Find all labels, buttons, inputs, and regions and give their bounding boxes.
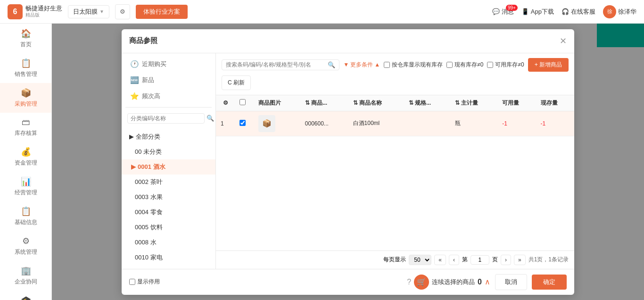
confirm-button[interactable]: 确定 [532, 275, 567, 290]
show-disabled-label: 显示停用 [137, 278, 160, 286]
sort-icon: ⇅ [305, 100, 310, 106]
username-initial: 徐 [607, 8, 612, 15]
per-page-select[interactable]: 50 [409, 255, 431, 265]
cart-collapse-icon[interactable]: ∧ [485, 277, 490, 286]
product-thumbnail: 📦 [258, 115, 275, 132]
category-panel: 🕐 近期购买 🆕 新品 ⭐ 频次高 [122, 53, 216, 269]
sidebar-item-base[interactable]: 📋 基础信息 [0, 201, 51, 231]
available-stock-label: 现有库存≠0 [454, 61, 483, 69]
category-0004[interactable]: 0004 零食 [122, 205, 215, 220]
help-icon[interactable]: ? [407, 278, 411, 286]
sidebar-label-operation: 经营管理 [15, 189, 37, 197]
th-available: 可用量 [497, 95, 536, 111]
sidebar-item-purchase[interactable]: 📦 采购管理 [0, 83, 51, 113]
settings-button[interactable]: ⚙ [115, 4, 130, 19]
pagination: 每页显示 50 « ‹ 第 页 › » 共1页，1条记录 [216, 250, 574, 269]
edition-badge: 精品版 [25, 12, 62, 18]
per-page-label: 每页显示 [383, 256, 406, 264]
prev-page-button[interactable]: ‹ [449, 255, 459, 265]
next-page-button[interactable]: › [501, 255, 511, 265]
th-spec[interactable]: ⇅ 规格... [404, 95, 450, 111]
category-00[interactable]: 00 未分类 [122, 144, 215, 159]
product-search-input[interactable] [226, 61, 326, 68]
product-image-icon: 📦 [262, 119, 272, 128]
category-list: ▶ 全部分类 00 未分类 ▶ 0001 酒水 0002 茶 [122, 129, 215, 265]
cancel-button[interactable]: 取消 [495, 274, 527, 290]
messages-nav[interactable]: 💬 消息 99+ [492, 8, 514, 16]
page-suffix: 页 [492, 256, 498, 264]
row-checkbox[interactable] [239, 120, 246, 126]
cell-num: 1 [216, 111, 235, 136]
sidebar-label-purchase: 采购管理 [15, 100, 37, 108]
show-disabled-checkbox[interactable]: 显示停用 [129, 278, 160, 286]
new-products-button[interactable]: 🆕 新品 [125, 73, 212, 87]
category-all[interactable]: ▶ 全部分类 [122, 129, 215, 144]
category-0005-label: 0005 饮料 [135, 223, 163, 232]
select-all-checkbox[interactable] [239, 99, 246, 105]
category-0005[interactable]: 0005 饮料 [122, 220, 215, 235]
sidebar-item-system[interactable]: ⚙ 系统管理 [0, 231, 51, 261]
category-search-input[interactable] [127, 113, 205, 124]
sidebar-item-enterprise[interactable]: 🏢 企业协同 [0, 261, 51, 291]
sidebar-item-guide[interactable]: 🎓 新手引导 [0, 291, 51, 300]
category-0002[interactable]: 0002 茶叶 [122, 175, 215, 190]
sidebar-item-finance[interactable]: 💰 资金管理 [0, 142, 51, 172]
warehouse-display-checkbox[interactable]: 按仓库显示现有库存 [384, 61, 443, 69]
frequent-button[interactable]: ⭐ 频次高 [125, 89, 212, 103]
filter-icon: ▼ [343, 61, 349, 68]
sidebar-item-home[interactable]: 🏠 首页 [0, 24, 51, 53]
add-product-button[interactable]: + 新增商品 [528, 58, 569, 72]
online-service-nav[interactable]: 🎧 在线客服 [561, 8, 595, 16]
first-page-button[interactable]: « [434, 255, 446, 265]
warehouse-display-label: 按仓库显示现有库存 [392, 61, 443, 69]
app-download-nav[interactable]: 📱 App下载 [521, 8, 554, 16]
modal-close-button[interactable]: ✕ [560, 36, 567, 46]
category-0003[interactable]: 0003 水果 [122, 190, 215, 205]
page-prefix: 第 [462, 256, 468, 264]
cell-code: 000600... [300, 111, 348, 136]
usable-stock-checkbox[interactable]: 可用库存≠0 [487, 61, 524, 69]
th-checkbox [235, 95, 254, 111]
recent-label: 近期购买 [142, 60, 166, 68]
cell-checkbox[interactable] [235, 111, 254, 136]
category-0010[interactable]: 0010 家电 [122, 250, 215, 265]
sidebar: 🏠 首页 📋 销售管理 📦 采购管理 🗃 库存核算 💰 资金管理 📊 经营管理 … [0, 24, 52, 300]
user-nav[interactable]: 徐 徐泽华 [603, 5, 636, 18]
trial-button[interactable]: 体验行业方案 [136, 5, 188, 19]
recent-purchases-button[interactable]: 🕐 近期购买 [125, 57, 212, 71]
table-toolbar: 🔍 ▼ 更多条件 ▲ 按仓库显示现有库存 [216, 53, 574, 95]
cart-icon[interactable]: 🛒 [414, 275, 429, 290]
table-row[interactable]: 1 📦 [216, 111, 574, 136]
sort-spec-icon: ⇅ [409, 100, 413, 106]
refresh-button[interactable]: C 刷新 [222, 75, 251, 90]
app-icon: 📱 [521, 8, 529, 15]
app-download-label: App下载 [531, 8, 554, 16]
sidebar-label-inventory: 库存核算 [15, 129, 37, 137]
sidebar-item-operation[interactable]: 📊 经营管理 [0, 172, 51, 201]
sidebar-label-enterprise: 企业协同 [15, 278, 37, 286]
sidebar-item-sales[interactable]: 📋 销售管理 [0, 53, 51, 83]
category-0010-label: 0010 家电 [135, 253, 163, 262]
more-filters-button[interactable]: ▼ 更多条件 ▲ [343, 61, 380, 69]
product-search-icon[interactable]: 🔍 [328, 61, 335, 68]
total-info: 共1页，1条记录 [528, 256, 569, 264]
category-0008[interactable]: 0008 水 [122, 235, 215, 250]
th-image: 商品图片 [254, 95, 300, 111]
recent-icon: 🕐 [130, 60, 139, 68]
base-icon: 📋 [21, 206, 31, 217]
th-settings[interactable]: ⚙ [216, 95, 235, 111]
th-code[interactable]: ⇅ 商品... [300, 95, 348, 111]
product-table-wrap: ⚙ 商品图片 ⇅ 商品... [216, 95, 574, 250]
category-search-icon[interactable]: 🔍 [206, 115, 214, 122]
sidebar-label-finance: 资金管理 [15, 159, 37, 167]
th-name[interactable]: ⇅ 商品名称 [348, 95, 404, 111]
category-0001[interactable]: ▶ 0001 酒水 [122, 159, 215, 175]
sidebar-item-inventory[interactable]: 🗃 库存核算 [0, 113, 51, 142]
category-0008-label: 0008 水 [135, 238, 157, 247]
last-page-button[interactable]: » [514, 255, 526, 265]
frequent-label: 频次高 [142, 92, 160, 100]
th-unit[interactable]: ⇅ 主计量 [450, 95, 498, 111]
page-number-input[interactable] [471, 255, 489, 265]
store-selector[interactable]: 日太阳膜 ▼ [68, 5, 109, 18]
available-stock-checkbox[interactable]: 现有库存≠0 [446, 61, 483, 69]
